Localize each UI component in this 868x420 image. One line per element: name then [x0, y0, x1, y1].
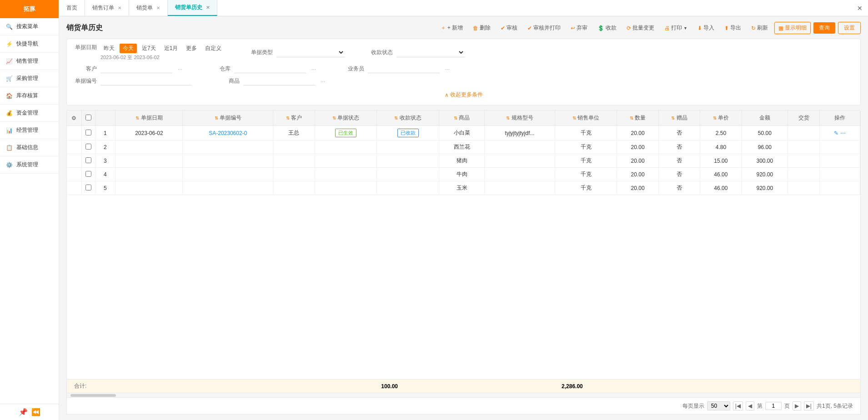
date-btn-yesterday[interactable]: 昨天 [100, 44, 118, 53]
warehouse-input[interactable] [234, 65, 306, 73]
col-doc-no[interactable]: ⇅ 单据编号 [183, 110, 273, 126]
col-price[interactable]: ⇅ 单价 [700, 110, 742, 126]
new-button[interactable]: ＋ + 新增 [437, 22, 467, 34]
sidebar-item-sales[interactable]: 📈 销售管理 [0, 53, 59, 70]
delete-button[interactable]: 🗑 删除 [469, 22, 494, 34]
cell-doc-status [315, 140, 377, 154]
col-doc-date[interactable]: ⇅ 单据日期 [115, 110, 183, 126]
batch-change-button[interactable]: ⟳ 批量变更 [623, 22, 658, 34]
export-button[interactable]: ⬆ 导出 [721, 22, 745, 34]
sidebar-item-inventory[interactable]: 🏠 库存核算 [0, 87, 59, 105]
tab-sales-order-close[interactable]: ✕ [118, 5, 121, 10]
audit-button[interactable]: ✔ 审核 [497, 22, 521, 34]
sidebar-item-finance[interactable]: 💰 资金管理 [0, 105, 59, 122]
page-last-btn[interactable]: ▶| [804, 401, 814, 410]
date-btn-more[interactable]: 更多 [183, 44, 200, 53]
page-next-btn[interactable]: ▶ [793, 401, 801, 410]
staff-input[interactable] [368, 65, 440, 73]
table-footer: 合计: 100.00 2,286.00 [66, 380, 861, 393]
scrollbar-thumb[interactable] [70, 394, 116, 397]
date-btn-today[interactable]: 今天 [120, 44, 137, 53]
col-pay-status[interactable]: ⇅ 收款状态 [377, 110, 439, 126]
col-settings[interactable]: ⚙ [67, 110, 81, 126]
goods-input[interactable] [243, 77, 315, 85]
customer-input[interactable] [100, 65, 172, 73]
row-checkbox[interactable] [85, 144, 91, 150]
per-page-select[interactable]: 50 100 200 [707, 401, 730, 410]
tab-sales-delivery-close[interactable]: ✕ [156, 5, 160, 10]
print-button[interactable]: 🖨 打印 ▼ [661, 22, 691, 34]
money-icon: 💰 [5, 110, 13, 117]
collapse-button[interactable]: ∧ 收起更多条件 [445, 89, 483, 100]
cell-amount: 50.00 [742, 126, 788, 140]
page-first-btn[interactable]: |◀ [733, 401, 743, 410]
cell-spec: tyjyjtyjtyjdf... [485, 126, 555, 140]
select-all-checkbox[interactable] [85, 115, 91, 120]
cell-amount: 920.00 [742, 181, 788, 195]
pay-status-select[interactable] [396, 48, 465, 57]
query-button[interactable]: 查询 [813, 22, 835, 34]
tab-sales-delivery[interactable]: 销货单 ✕ [129, 0, 168, 16]
tab-home[interactable]: 首页 [59, 0, 85, 16]
setting-button[interactable]: 设置 [838, 22, 861, 34]
sidebar-item-operations[interactable]: 📊 经营管理 [0, 122, 59, 139]
edit-action[interactable]: ✎ [834, 130, 838, 136]
col-spec[interactable]: ⇅ 规格型号 [485, 110, 555, 126]
collect-button[interactable]: 💲 收款 [594, 22, 620, 34]
cell-checkbox [81, 168, 95, 181]
date-btn-custom[interactable]: 自定义 [202, 44, 225, 53]
horizontal-scrollbar[interactable] [66, 393, 861, 398]
filter-row-3: 单据编号 商品 ··· [74, 77, 853, 85]
col-goods[interactable]: ⇅ 商品 [439, 110, 485, 126]
tab-sales-history-close[interactable]: ✕ [206, 5, 210, 10]
page-number-input[interactable] [765, 402, 782, 410]
refresh-button[interactable]: ↻ 刷新 [748, 22, 772, 34]
sidebar-collapse-btn[interactable]: ⏪ [31, 408, 40, 416]
date-btn-7days[interactable]: 近7天 [139, 44, 159, 53]
warehouse-dots[interactable]: ··· [311, 66, 316, 72]
table-row: 5玉米千克20.00否46.00920.00 [67, 181, 860, 195]
abandon-button[interactable]: ↩ 弃审 [567, 22, 591, 34]
docno-label: 单据编号 [74, 77, 97, 85]
doc-no-link[interactable]: SA-20230602-0 [209, 130, 247, 136]
docno-input[interactable] [100, 77, 191, 85]
sidebar-item-system[interactable]: ⚙️ 系统管理 [0, 156, 59, 174]
cell-goods: 玉米 [439, 181, 485, 195]
customer-dots[interactable]: ··· [178, 66, 182, 72]
sidebar-item-label: 资金管理 [16, 109, 38, 117]
col-doc-status[interactable]: ⇅ 单据状态 [315, 110, 377, 126]
row-checkbox[interactable] [85, 130, 91, 135]
tab-sales-history[interactable]: 销货单历史 ✕ [168, 0, 217, 16]
tab-sales-order[interactable]: 销售订单 ✕ [85, 0, 129, 16]
cell-qty: 20.00 [617, 168, 658, 181]
col-qty[interactable]: ⇅ 数量 [617, 110, 658, 126]
sidebar-item-purchase[interactable]: 🛒 采购管理 [0, 70, 59, 87]
date-btn-1month[interactable]: 近1月 [161, 44, 181, 53]
row-checkbox[interactable] [85, 157, 91, 163]
cell-pay-status [377, 154, 439, 168]
sort-icon: ⇅ [671, 115, 675, 120]
cell-spec [485, 140, 555, 154]
page-prev-btn[interactable]: ◀ [746, 401, 754, 410]
goods-dots[interactable]: ··· [321, 78, 325, 85]
sidebar-item-quicknav[interactable]: ⚡ 快捷导航 [0, 35, 59, 53]
row-checkbox[interactable] [85, 185, 91, 190]
doc-type-select[interactable] [276, 48, 345, 57]
audit-print-button[interactable]: ✔ 审核并打印 [524, 22, 564, 34]
show-detail-button[interactable]: ▦ 显示明细 [774, 22, 811, 34]
doc-status-badge: 已生效 [335, 129, 356, 137]
tab-bar: 首页 销售订单 ✕ 销货单 ✕ 销货单历史 ✕ ✕ [59, 0, 868, 16]
sidebar-item-search[interactable]: 🔍 搜索菜单 [0, 18, 59, 35]
sidebar-item-basicinfo[interactable]: 📋 基础信息 [0, 139, 59, 156]
staff-dots[interactable]: ··· [445, 66, 450, 72]
row-checkbox[interactable] [85, 171, 91, 177]
home-icon: 🏠 [5, 92, 13, 100]
col-unit[interactable]: ⇅ 销售单位 [555, 110, 617, 126]
more-action[interactable]: ⋯ [840, 130, 846, 136]
tab-bar-close-all[interactable]: ✕ [852, 5, 868, 12]
sidebar-pin-btn[interactable]: 📌 [19, 408, 28, 416]
col-gift[interactable]: ⇅ 赠品 [658, 110, 700, 126]
import-button[interactable]: ⬇ 导入 [694, 22, 718, 34]
col-customer[interactable]: ⇅ 客户 [273, 110, 315, 126]
cart-icon: 🛒 [5, 75, 13, 82]
